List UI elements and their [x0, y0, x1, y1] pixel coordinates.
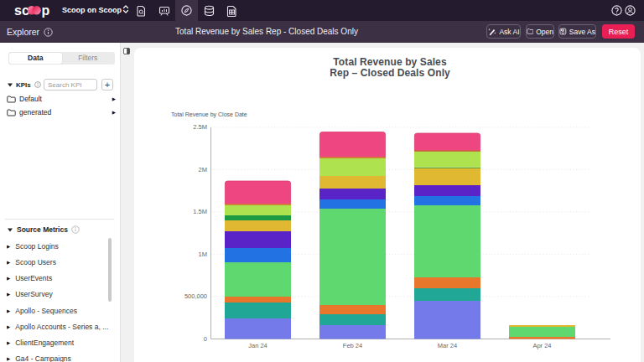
svg-text:Apr 24: Apr 24 — [532, 342, 551, 349]
svg-text:sc: sc — [14, 3, 29, 18]
svg-text:1.5M: 1.5M — [193, 208, 207, 215]
svg-text:1M: 1M — [199, 251, 207, 258]
svg-text:500,000: 500,000 — [184, 292, 207, 300]
svg-text:Jan 24: Jan 24 — [248, 342, 267, 349]
svg-text:2.5M: 2.5M — [193, 123, 207, 131]
svg-text:2M: 2M — [199, 166, 207, 173]
svg-text:Feb 24: Feb 24 — [343, 342, 362, 349]
svg-text:0: 0 — [204, 335, 207, 343]
svg-text:p: p — [42, 3, 50, 18]
svg-text:Mar 24: Mar 24 — [438, 342, 457, 349]
